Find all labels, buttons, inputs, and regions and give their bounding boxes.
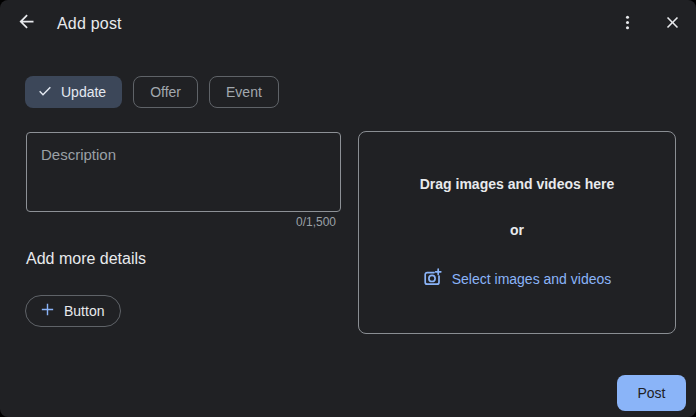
character-counter: 0/1,500 — [26, 215, 341, 229]
or-text: or — [510, 222, 524, 238]
more-options-button[interactable] — [615, 12, 639, 36]
select-images-videos-label: Select images and videos — [452, 271, 612, 287]
post-type-chips: Update Offer Event — [25, 76, 279, 108]
chip-event[interactable]: Event — [209, 76, 279, 108]
add-button-chip[interactable]: Button — [25, 295, 121, 327]
add-more-details-heading: Add more details — [26, 250, 146, 268]
close-icon — [663, 13, 682, 35]
checkmark-icon — [37, 83, 53, 102]
chip-label: Event — [226, 84, 262, 100]
chip-label: Offer — [150, 84, 181, 100]
page-title: Add post — [57, 14, 122, 34]
button-chip-label: Button — [64, 303, 104, 319]
close-button[interactable] — [660, 12, 684, 36]
chip-update[interactable]: Update — [25, 76, 122, 108]
drag-drop-text: Drag images and videos here — [420, 176, 615, 192]
kebab-menu-icon — [618, 13, 637, 35]
select-images-videos-link[interactable]: Select images and videos — [423, 268, 612, 290]
post-button[interactable]: Post — [617, 375, 686, 411]
description-input[interactable] — [26, 132, 341, 212]
plus-icon — [39, 301, 56, 321]
add-photo-icon — [423, 268, 442, 290]
media-dropzone[interactable]: Drag images and videos here or Select im… — [358, 131, 676, 334]
chip-offer[interactable]: Offer — [133, 76, 198, 108]
add-post-dialog: Add post Update Offer Event 0/1,500 Add … — [0, 0, 696, 417]
chip-label: Update — [61, 84, 106, 100]
back-button[interactable] — [14, 11, 38, 35]
arrow-back-icon — [16, 11, 37, 35]
